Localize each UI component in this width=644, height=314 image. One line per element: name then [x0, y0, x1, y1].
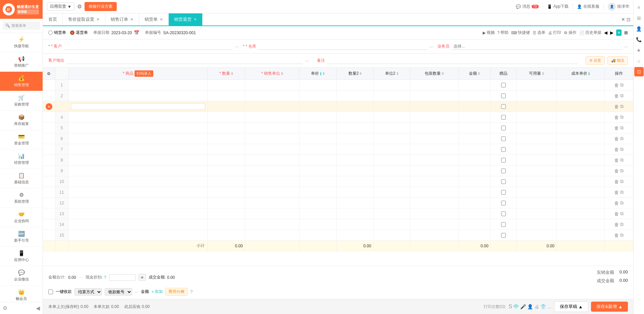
row-delete-button[interactable]: 🗑	[614, 93, 619, 99]
row-unit2-cell[interactable]	[373, 101, 410, 112]
print-action[interactable]: 🖨 打印	[548, 30, 561, 36]
sidebar-item-apps[interactable]: 📱 应用中心	[0, 247, 43, 266]
sidebar-item-enterprise[interactable]: 🤝 企业协同	[0, 208, 43, 227]
right-sidebar-btn-1[interactable]: ≡	[634, 3, 644, 12]
row-price-cell[interactable]	[299, 90, 337, 101]
warehouse-input[interactable]: 总仓	[258, 43, 427, 50]
tab-sale-order-close[interactable]: ✕	[130, 17, 133, 22]
cost-info-icon[interactable]: ℹ	[588, 71, 590, 76]
prev-record-button[interactable]: ◀	[604, 30, 607, 35]
right-sidebar-btn-6[interactable]: ⌂	[634, 56, 644, 66]
gift-checkbox[interactable]	[501, 104, 506, 109]
toolbar-icon-5[interactable]: 🖨	[534, 304, 539, 309]
row-qty2-cell[interactable]	[337, 80, 373, 90]
user-profile-button[interactable]: 👤 徐泽华	[608, 3, 629, 11]
row-avail-cell[interactable]	[516, 101, 556, 112]
tab-sale-delivery-close[interactable]: ✕	[160, 17, 163, 22]
settings-gear-button[interactable]: ⚙	[77, 3, 82, 10]
sidebar-item-guide[interactable]: 🆕 新手引导	[0, 227, 43, 247]
right-sidebar-btn-4[interactable]: 📞	[634, 35, 644, 44]
row-unit2-cell[interactable]	[373, 90, 410, 101]
row-delete-button[interactable]: 🗑	[614, 104, 619, 109]
salesperson-input[interactable]	[451, 43, 622, 50]
gift-checkbox[interactable]	[501, 115, 506, 120]
row-copy-button[interactable]: ⧉	[620, 93, 624, 99]
remarks-input[interactable]	[327, 57, 578, 64]
row-copy-button[interactable]: ⧉	[620, 82, 624, 88]
row-copy-button[interactable]: ⧉	[620, 232, 624, 238]
gift-checkbox[interactable]	[501, 158, 506, 163]
row-copy-button[interactable]: ⧉	[620, 104, 624, 109]
gift-checkbox[interactable]	[501, 190, 506, 195]
row-delete-button[interactable]: 🗑	[614, 136, 619, 141]
add-fee-button[interactable]: + 添加	[152, 289, 163, 295]
sidebar-item-marketing[interactable]: 📢 营销推广	[0, 52, 43, 72]
maximize-button[interactable]: ⊡	[627, 17, 631, 22]
radio-return[interactable]: 退货单	[70, 30, 88, 36]
history-action[interactable]: 📄 历史单据	[579, 30, 601, 36]
toolbar-icon-2[interactable]: 中	[514, 303, 519, 310]
search-menu-button[interactable]: 🔍 搜索菜单	[3, 21, 40, 30]
radio-sale[interactable]: 销货单	[48, 30, 66, 36]
toolbar-icon-7[interactable]: ...	[547, 304, 551, 309]
settle-method-select[interactable]: 结算方式	[74, 288, 102, 296]
address-input[interactable]	[66, 57, 303, 64]
toolbar-icon-3[interactable]: 🎤	[520, 304, 526, 309]
message-button[interactable]: 💬 消息 70	[516, 4, 539, 9]
row-unit-cell[interactable]	[245, 90, 299, 101]
settings-bottom-button[interactable]: ⚙	[3, 305, 7, 311]
customer-more-button[interactable]: ···	[235, 44, 239, 49]
date-picker-button[interactable]: 📅	[134, 30, 140, 35]
row-delete-button[interactable]: 🗑	[614, 211, 619, 216]
gift-checkbox[interactable]	[501, 201, 506, 205]
row-pack-cell[interactable]	[410, 101, 459, 112]
tab-sale-delivery[interactable]: 销货单 ✕	[139, 13, 169, 25]
help-action[interactable]: ? 帮助	[497, 30, 509, 36]
sidebar-item-system[interactable]: ⚙ 系统管理	[0, 188, 43, 208]
row-copy-button[interactable]: ⧉	[620, 157, 624, 163]
shortcut-action[interactable]: ⌨ 快捷键	[511, 30, 530, 36]
sidebar-item-basic[interactable]: 📋 基础信息	[0, 169, 43, 188]
save-new-button[interactable]: 保存&新增 ▲	[591, 302, 628, 312]
gift-checkbox[interactable]	[501, 147, 506, 152]
gift-checkbox[interactable]	[501, 169, 506, 173]
tab-sale-return[interactable]: 销货退货 ✕	[169, 13, 203, 25]
sidebar-item-shortcut[interactable]: ⚡ 快捷导航	[0, 33, 43, 52]
salesperson-more-button[interactable]: ···	[624, 44, 628, 49]
row-delete-button[interactable]: 🗑	[614, 168, 619, 174]
tab-sale-return-close[interactable]: ✕	[194, 17, 197, 22]
row-delete-button[interactable]: 🗑	[614, 222, 619, 227]
row-avail-cell[interactable]	[516, 90, 556, 101]
row-qty-cell[interactable]	[207, 80, 245, 90]
row-amount-cell[interactable]	[459, 80, 490, 90]
row-delete-button[interactable]: 🗑	[614, 114, 619, 120]
row-delete-button[interactable]: 🗑	[614, 232, 619, 238]
row-delete-button[interactable]: 🗑	[614, 125, 619, 131]
sidebar-item-wechat[interactable]: 💬 企业微信	[0, 266, 43, 286]
logistics-side-button[interactable]: 🚚 物流	[607, 56, 628, 65]
discount-input[interactable]	[109, 274, 136, 281]
row-unit-cell[interactable]	[245, 101, 299, 112]
row-price-cell[interactable]	[299, 101, 337, 112]
row-copy-button[interactable]: ⧉	[620, 168, 624, 174]
sidebar-item-purchase[interactable]: 🛒 采购管理	[0, 91, 43, 111]
right-sidebar-btn-2[interactable]: ⊞	[634, 13, 644, 23]
row-unit2-cell[interactable]	[373, 80, 410, 90]
row-copy-button[interactable]: ⧉	[620, 200, 624, 206]
operate-action[interactable]: ⚙ 操作	[564, 30, 577, 36]
app-download-button[interactable]: 📱 App下载	[547, 4, 569, 9]
grid-view-button[interactable]: ⊞	[624, 30, 628, 35]
gift-checkbox[interactable]	[501, 126, 506, 130]
list-view-button[interactable]: ≡	[616, 29, 622, 36]
right-sidebar-btn-3[interactable]: 👤	[634, 24, 644, 34]
sidebar-item-operations[interactable]: 📊 经营管理	[0, 149, 43, 169]
row-copy-button[interactable]: ⧉	[620, 146, 624, 152]
row-price-cell[interactable]	[299, 80, 337, 90]
video-action[interactable]: ▶ 视频	[483, 30, 495, 36]
tab-sale-order[interactable]: 销售订单 ✕	[105, 13, 139, 25]
tab-sale-price[interactable]: 售价提取设置 ✕	[63, 13, 105, 25]
price-info-icon[interactable]: ℹ	[320, 71, 322, 76]
settings-side-button[interactable]: ⚙ 设置	[586, 56, 605, 65]
row-copy-button[interactable]: ⧉	[620, 136, 624, 141]
tab-home[interactable]: 首页	[43, 13, 63, 25]
